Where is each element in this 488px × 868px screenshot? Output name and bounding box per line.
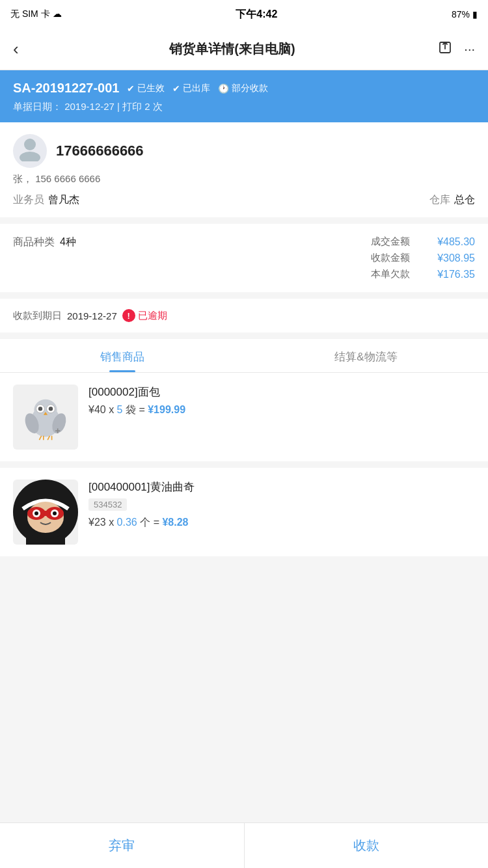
category-label: 商品种类: [13, 236, 55, 249]
product-spec-tag-2: 534532: [88, 498, 127, 511]
due-date-card: 收款到期日 2019-12-27 ! 已逾期: [0, 299, 488, 332]
nav-actions: ···: [438, 40, 475, 58]
product-name-2: [000400001]黄油曲奇: [88, 480, 475, 495]
avatar-icon: [17, 135, 43, 167]
product-image-2: [13, 480, 78, 545]
deal-amount-value: ¥485.30: [423, 236, 475, 248]
debt-label: 本单欠款: [371, 268, 410, 280]
overdue-badge: ! 已逾期: [122, 309, 167, 322]
order-date-row: 单据日期： 2019-12-27 | 打印 2 次: [13, 101, 475, 113]
salesperson-label: 业务员: [13, 193, 44, 207]
cancel-review-button[interactable]: 弃审: [0, 823, 245, 868]
badge-partial: 🕐 部分收款: [218, 83, 268, 94]
check-icon-2: ✔: [172, 83, 180, 94]
tab-products[interactable]: 销售商品: [0, 339, 244, 372]
share-icon[interactable]: [438, 40, 452, 58]
svg-text:+: +: [55, 426, 60, 436]
svg-point-8: [38, 407, 42, 411]
svg-point-2: [20, 152, 40, 161]
tabs-bar: 销售商品 结算&物流等: [0, 339, 488, 373]
due-date-label: 收款到期日: [13, 310, 62, 322]
order-header: SA-20191227-001 ✔ 已生效 ✔ 已出库 🕐 部分收款 单据日期：…: [0, 70, 488, 122]
product-qty-1: 5: [117, 404, 123, 415]
customer-card: 17666666666 张， 156 6666 6666 业务员 曾凡杰 仓库 …: [0, 122, 488, 217]
product-price-2: ¥23 x 0.36 个 = ¥8.28: [88, 516, 475, 530]
summary-card: 商品种类 4种 成交金额 ¥485.30 收款金额 ¥308.95 本单欠款 ¥…: [0, 224, 488, 292]
svg-point-25: [34, 511, 38, 515]
status-right: 87% ▮: [452, 9, 478, 20]
status-bar: 无 SIM 卡 ☁ 下午4:42 87% ▮: [0, 0, 488, 29]
more-icon[interactable]: ···: [464, 42, 475, 57]
product-total-2: ¥8.28: [162, 517, 188, 528]
avatar: [13, 134, 47, 168]
order-date: 2019-12-27: [64, 101, 115, 112]
customer-mobile: 156 6666 6666: [35, 173, 100, 184]
deal-amount-label: 成交金额: [371, 236, 410, 248]
nav-bar: ‹ 销货单详情(来自电脑) ···: [0, 29, 488, 70]
customer-phone: 17666666666: [56, 142, 144, 159]
svg-point-26: [53, 511, 57, 515]
print-info: | 打印 2 次: [117, 101, 163, 112]
product-info-1: [0000002]面包 ¥40 x 5 袋 = ¥199.99: [88, 385, 475, 417]
clock-icon: 🕐: [218, 83, 229, 94]
status-carrier: 无 SIM 卡 ☁: [10, 8, 62, 20]
overdue-icon: !: [122, 309, 135, 322]
status-time: 下午4:42: [236, 8, 277, 21]
received-amount-value: ¥308.95: [423, 252, 475, 264]
debt-amount-value: ¥176.35: [423, 269, 475, 280]
salesperson-value: 曾凡杰: [48, 193, 79, 207]
badge-shipped: ✔ 已出库: [172, 83, 210, 94]
back-button[interactable]: ‹: [13, 39, 19, 59]
badge-effective: ✔ 已生效: [127, 83, 165, 94]
collect-payment-button[interactable]: 收款: [245, 823, 489, 868]
warehouse-label: 仓库: [429, 193, 450, 207]
bottom-bar: 弃审 收款: [0, 822, 488, 868]
product-price-1: ¥40 x 5 袋 = ¥199.99: [88, 403, 475, 417]
list-item: [000400001]黄油曲奇 534532 ¥23 x 0.36 个 = ¥8…: [0, 468, 488, 556]
warehouse-value: 总仓: [454, 193, 475, 207]
customer-detail-row: 业务员 曾凡杰 仓库 总仓: [13, 193, 475, 207]
customer-info: 张， 156 6666 6666: [13, 173, 475, 185]
customer-name: 张: [13, 173, 23, 184]
svg-point-1: [24, 139, 36, 150]
product-qty-2: 0.36: [117, 517, 137, 528]
battery-icon: ▮: [472, 9, 478, 20]
category-count: 4种: [60, 236, 76, 249]
check-icon-1: ✔: [127, 83, 135, 94]
tab-settlement[interactable]: 结算&物流等: [244, 339, 488, 372]
date-label: 单据日期：: [13, 101, 62, 112]
svg-point-9: [49, 407, 53, 411]
product-info-2: [000400001]黄油曲奇 534532 ¥23 x 0.36 个 = ¥8…: [88, 480, 475, 530]
due-date-value: 2019-12-27: [67, 310, 117, 321]
status-battery: 87%: [452, 9, 470, 20]
product-total-1: ¥199.99: [148, 404, 185, 415]
overdue-text: 已逾期: [138, 310, 167, 322]
list-item: + [0000002]面包 ¥40 x 5 袋 = ¥199.99: [0, 373, 488, 461]
received-label: 收款金额: [371, 252, 410, 264]
order-id: SA-20191227-001: [13, 81, 119, 96]
product-image-1: +: [13, 385, 78, 450]
product-list: + [0000002]面包 ¥40 x 5 袋 = ¥199.99: [0, 373, 488, 556]
product-name-1: [0000002]面包: [88, 385, 475, 400]
page-title: 销货单详情(来自电脑): [27, 40, 439, 58]
